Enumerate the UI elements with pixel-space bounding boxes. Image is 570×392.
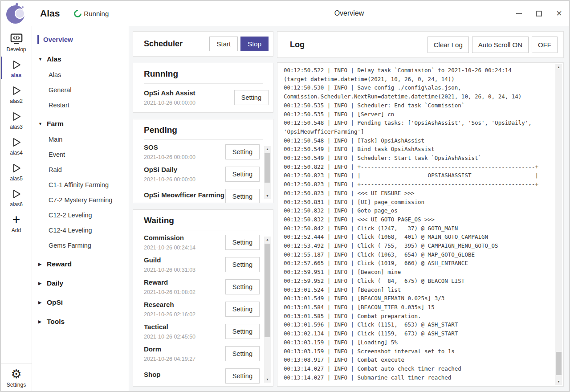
maximize-button[interactable] — [529, 1, 549, 26]
task-row: Reward2021-10-26 01:08:02Setting — [144, 276, 260, 298]
scroll-up-icon[interactable]: ▲ — [264, 237, 271, 243]
nav-group-reward[interactable]: ▶Reward — [38, 260, 129, 268]
log-panel: 00:12:50.522 | INFO | Delay task `Commis… — [277, 62, 564, 387]
task-row: Dorm2021-10-26 04:19:27Setting — [144, 343, 260, 365]
scheduler-status: Running — [74, 10, 109, 17]
nav-menu: Overview ▼AlasAlasGeneralRestart▼FarmMai… — [32, 26, 129, 391]
task-row: OpSi Ash Assist2021-10-26 00:00:00Settin… — [144, 85, 269, 110]
scrollbar-thumb[interactable] — [265, 244, 270, 337]
log-line: 00:12:50.522 | INFO | Delay task `Commis… — [284, 66, 552, 83]
task-name: OpSi Meowfficer Farming — [144, 191, 224, 200]
sidebar-instance-alas4[interactable]: alas4 — [1, 132, 32, 158]
page-title: Overview — [129, 9, 569, 17]
nav-group-label: Tools — [47, 318, 65, 326]
setting-button[interactable]: Setting — [225, 279, 260, 294]
chevron-right-icon: ▶ — [38, 262, 43, 266]
minimize-icon — [516, 13, 522, 14]
setting-button[interactable]: Setting — [225, 144, 260, 159]
task-name: OpSi Ash Assist — [144, 89, 195, 98]
scrollbar[interactable]: ▲ ▼ — [264, 237, 271, 383]
nav-group-opsi[interactable]: ▶OpSi — [38, 298, 129, 306]
close-button[interactable]: ✕ — [549, 1, 569, 26]
clear-log-button[interactable]: Clear Log — [428, 37, 469, 53]
setting-button[interactable]: Setting — [225, 257, 260, 272]
task-next-run-time: 2021-10-26 04:19:27 — [144, 356, 195, 362]
scrollbar-track[interactable] — [264, 243, 271, 376]
log-line: 00:12:59.952 | INFO | Click ( 84, 675) @… — [284, 277, 552, 286]
nav-item-raid[interactable]: Raid — [49, 166, 129, 173]
status-label: Running — [84, 10, 109, 17]
nav-item-general[interactable]: General — [49, 86, 129, 94]
nav-item-restart[interactable]: Restart — [49, 102, 129, 109]
code-monitor-icon — [10, 32, 23, 45]
setting-button[interactable]: Setting — [225, 346, 260, 361]
scroll-down-icon[interactable]: ▼ — [264, 376, 271, 383]
nav-item-overview[interactable]: Overview — [37, 35, 129, 44]
nav-groups: ▼AlasAlasGeneralRestart▼FarmMainEventRai… — [32, 55, 129, 326]
log-line: 00:12:50.823 | INFO | | OPSIASHASSIST | — [284, 171, 552, 180]
task-name: Reward — [144, 278, 195, 287]
setting-button[interactable]: Setting — [225, 302, 260, 317]
start-button[interactable]: Start — [209, 37, 238, 51]
setting-button[interactable]: Setting — [225, 368, 260, 384]
setting-button[interactable]: Setting — [234, 90, 269, 105]
scroll-up-icon[interactable]: ▲ — [555, 64, 562, 70]
sidebar-item-develop[interactable]: Develop — [1, 29, 32, 55]
sidebar-instance-alas2[interactable]: alas2 — [1, 81, 32, 106]
sidebar-instance-alas[interactable]: alas — [1, 55, 32, 81]
log-line: 00:12:50.548 | INFO | [Task] OpsiAshAssi… — [284, 136, 552, 145]
running-task-list: OpSi Ash Assist2021-10-26 00:00:00Settin… — [144, 84, 269, 112]
nav-item-c12-2-leveling[interactable]: C12-2 Leveling — [49, 212, 129, 219]
task-row: Guild2021-10-26 00:31:03Setting — [144, 253, 260, 276]
waiting-panel: Waiting Commission2021-10-26 00:24:14Set… — [133, 209, 273, 387]
scrollbar[interactable]: ▲ ▼ — [555, 64, 562, 385]
minimize-button[interactable] — [509, 1, 529, 26]
sidebar-instance-alas6[interactable]: alas6 — [1, 184, 32, 210]
auto-scroll-off-button[interactable]: OFF — [532, 37, 558, 53]
sidebar-item-label: alas5 — [10, 176, 23, 182]
scroll-down-icon[interactable]: ▼ — [264, 193, 271, 199]
nav-item-c12-4-leveling[interactable]: C12-4 Leveling — [49, 227, 129, 234]
play-icon — [10, 187, 22, 200]
running-panel: Running OpSi Ash Assist2021-10-26 00:00:… — [133, 63, 273, 113]
nav-group-tools[interactable]: ▶Tools — [38, 318, 129, 326]
setting-button[interactable]: Setting — [225, 189, 260, 203]
main-area: Develop alasalas2alas3alas4alas5alas6 + … — [1, 26, 569, 391]
task-name: SOS — [144, 143, 195, 152]
nav-item-gems-farming[interactable]: Gems Farming — [49, 242, 129, 249]
setting-button[interactable]: Setting — [225, 235, 260, 250]
setting-button[interactable]: Setting — [225, 324, 260, 339]
log-line: 00:12:50.549 | INFO | Scheduler: Start t… — [284, 154, 552, 163]
scrollbar-track[interactable] — [555, 70, 562, 379]
scroll-down-icon[interactable]: ▼ — [555, 379, 562, 385]
log-line: 00:12:50.535 | INFO | Scheduler: End tas… — [284, 101, 552, 110]
add-instance-button[interactable]: + Add — [1, 210, 32, 236]
log-line: 00:12:50.535 | INFO | [Server] cn — [284, 110, 552, 119]
nav-item-c1-1-affinity-farming[interactable]: C1-1 Affinity Farming — [49, 181, 129, 188]
setting-button[interactable]: Setting — [225, 167, 260, 182]
nav-group-farm[interactable]: ▼Farm — [38, 120, 129, 128]
nav-group-alas[interactable]: ▼Alas — [38, 55, 129, 63]
scrollbar[interactable]: ▲ ▼ — [264, 146, 271, 199]
nav-group-daily[interactable]: ▶Daily — [38, 279, 129, 287]
stop-button[interactable]: Stop — [240, 37, 269, 51]
task-row: Research2021-10-26 02:16:02Setting — [144, 298, 260, 320]
scrollbar-thumb[interactable] — [556, 352, 562, 375]
log-line: 00:13:01.585 | INFO | Combat preparation… — [284, 312, 552, 321]
log-line: 00:12:55.187 | INFO | Click (1063, 654) … — [284, 250, 552, 259]
sidebar-item-label: alas2 — [10, 98, 23, 104]
scroll-up-icon[interactable]: ▲ — [264, 146, 271, 152]
sidebar-instance-alas5[interactable]: alas5 — [1, 158, 32, 184]
task-next-run-time: 2021-10-26 01:08:02 — [144, 289, 195, 295]
scrollbar-track[interactable] — [264, 152, 271, 193]
play-icon — [10, 110, 22, 123]
nav-item-main[interactable]: Main — [49, 136, 129, 143]
nav-item-alas[interactable]: Alas — [49, 71, 129, 78]
sidebar-instance-alas3[interactable]: alas3 — [1, 106, 32, 132]
nav-item-c7-2-mystery-farming[interactable]: C7-2 Mystery Farming — [49, 196, 129, 204]
nav-item-event[interactable]: Event — [49, 151, 129, 158]
sidebar-item-settings[interactable]: ⚙ Settings — [1, 363, 32, 391]
nav-group-label: Alas — [47, 55, 61, 63]
auto-scroll-on-button[interactable]: Auto Scroll ON — [472, 37, 529, 53]
scrollbar-thumb[interactable] — [265, 153, 270, 183]
